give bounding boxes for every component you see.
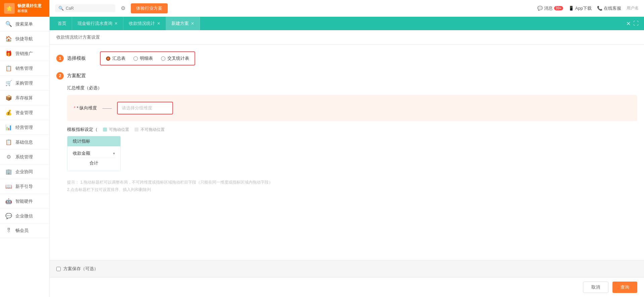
online-support-action[interactable]: 📞 在线客服: [597, 5, 621, 11]
cancel-button[interactable]: 取消: [583, 282, 608, 293]
sidebar-item-basic-info[interactable]: 📋 基础信息: [0, 135, 49, 150]
tab-home[interactable]: 首页: [52, 17, 72, 30]
page-header: 收款情况统计方案设置: [50, 30, 644, 45]
sidebar-item-label: 新手引导: [15, 184, 33, 190]
tab-home-label: 首页: [58, 20, 66, 27]
radio-detail-input[interactable]: [133, 56, 138, 61]
sidebar-item-label: 畅会员: [15, 228, 29, 234]
non-draggable-dot: [135, 128, 139, 132]
radio-summary-input[interactable]: [106, 56, 110, 61]
message-icon: 💬: [537, 6, 543, 11]
sidebar-item-label: 系统管理: [15, 154, 33, 160]
sidebar-item-label: 销售管理: [15, 65, 33, 71]
enterprise-icon: 🏢: [5, 168, 12, 175]
tab-close-icon[interactable]: ✕: [191, 21, 194, 26]
message-action[interactable]: 💬 消息 99+: [537, 5, 563, 11]
query-button[interactable]: 查询: [612, 282, 637, 293]
sidebar-item-sales[interactable]: 📋 销售管理: [0, 61, 49, 76]
indicators-grid-header[interactable]: 统计指标: [67, 136, 120, 146]
maximize-window-icon[interactable]: ⛶: [633, 20, 639, 27]
tab-bank-flow[interactable]: 现金银行流水查询 ✕: [72, 17, 123, 30]
sidebar-logo: 🌟 畅捷通好生意 标准版: [0, 0, 49, 17]
sidebar-item-marketing[interactable]: 🎁 营销推广: [0, 46, 49, 61]
user-name: 用户名: [627, 5, 639, 11]
step1-badge: 1: [56, 55, 64, 62]
tab-collection-stats[interactable]: 收款情况统计 ✕: [123, 17, 166, 30]
industry-btn[interactable]: 体验行业方案: [131, 3, 168, 13]
step2-title: 方案配置: [67, 73, 86, 79]
topbar: 🔍 ⚙ 体验行业方案 💬 消息 99+ 📱 App下载 📞 在线客服 用户名: [50, 0, 644, 17]
sidebar-item-label: 经营管理: [15, 125, 33, 131]
dimension-area: * * 纵向维度 —— 请选择分组维度: [67, 95, 637, 121]
indicators-grid: 统计指标 收款金额 ▾ 合计: [67, 136, 121, 171]
purchase-icon: 🛒: [5, 80, 12, 86]
radio-cross[interactable]: 交叉统计表: [161, 55, 189, 61]
indicators-grid-body: 收款金额 ▾ 合计: [67, 146, 120, 171]
form-area: 1 选择模板 汇总表 明细表 交叉统计表: [50, 45, 644, 260]
sidebar-item-label: 智能硬件: [15, 198, 33, 204]
app-download-action[interactable]: 📱 App下载: [569, 5, 592, 11]
indicators-category-label: 统计指标: [73, 138, 90, 144]
tab-collection-stats-label: 收款情况统计: [129, 20, 155, 27]
tab-new-plan-label: 新建方案: [171, 20, 189, 27]
vertical-dimension-label: * * 纵向维度: [74, 105, 97, 111]
gift-icon: 🎁: [5, 50, 12, 57]
sidebar-item-label: 采购管理: [15, 80, 33, 86]
radio-cross-label: 交叉统计表: [167, 55, 189, 61]
tab-close-icon[interactable]: ✕: [114, 21, 118, 26]
save-checkbox[interactable]: [56, 267, 61, 271]
required-mark: *: [74, 105, 75, 110]
member-icon: 🎖: [5, 228, 12, 234]
search-box[interactable]: 🔍: [55, 4, 115, 12]
sidebar-item-beginner-guide[interactable]: 📖 新手引导: [0, 179, 49, 194]
indicator-dropdown-0[interactable]: ▾: [113, 151, 115, 156]
sidebar-item-search-menu[interactable]: 🔍 搜索菜单: [0, 17, 49, 32]
download-icon: 📱: [569, 6, 574, 11]
step2-section: 2 方案配置 汇总维度（必选） * * 纵向维度 ——: [56, 72, 637, 193]
sidebar-item-system[interactable]: ⚙ 系统管理: [0, 150, 49, 164]
tip-2: 2.点击标题栏下拉可设置排序、插入列和删除列: [67, 186, 627, 194]
home-icon: 🏠: [5, 36, 12, 42]
sidebar-item-finance[interactable]: 💰 资金管理: [0, 105, 49, 120]
dimension-placeholder: 请选择分组维度: [122, 105, 152, 110]
tab-close-icon[interactable]: ✕: [157, 21, 160, 26]
sidebar-item-label: 资金管理: [15, 110, 33, 116]
sidebar-item-operations[interactable]: 📊 经营管理: [0, 120, 49, 135]
legend-non-draggable: 不可拖动位置: [135, 127, 165, 133]
save-label: 方案保存（可选）: [63, 266, 98, 272]
vertical-label-text: * 纵向维度: [77, 105, 97, 110]
sidebar-item-quick-nav[interactable]: 🏠 快捷导航: [0, 32, 49, 46]
notification-badge: 99+: [554, 6, 563, 10]
finance-icon: 💰: [5, 109, 12, 116]
online-support-label: 在线客服: [604, 5, 621, 11]
sidebar-item-enterprise-wechat[interactable]: 💬 企业微信: [0, 209, 49, 224]
sidebar-item-member[interactable]: 🎖 畅会员: [0, 224, 49, 238]
close-window-icon[interactable]: ✕: [626, 20, 631, 27]
sidebar: 🌟 畅捷通好生意 标准版 🔍 搜索菜单 🏠 快捷导航 🎁 营销推广 📋 销售管理…: [0, 0, 50, 297]
logo-icon: 🌟: [4, 3, 15, 14]
non-draggable-label: 不可拖动位置: [141, 127, 165, 133]
sidebar-item-smart-hardware[interactable]: 🤖 智能硬件: [0, 194, 49, 209]
sidebar-item-purchase[interactable]: 🛒 采购管理: [0, 76, 49, 91]
wechat-icon: 💬: [5, 213, 12, 219]
indicator-label-0: 收款金额: [73, 150, 90, 156]
arrow-icon: ——: [102, 105, 112, 111]
sidebar-item-enterprise-collab[interactable]: 🏢 企业协同: [0, 164, 49, 179]
page-content: 收款情况统计方案设置 1 选择模板 汇总表 明细表: [50, 30, 644, 297]
radio-detail[interactable]: 明细表: [133, 55, 153, 61]
dimension-select[interactable]: 请选择分组维度: [117, 102, 173, 114]
hardware-icon: 🤖: [5, 198, 12, 204]
search-input[interactable]: [66, 6, 106, 11]
settings-icon[interactable]: ⚙: [121, 5, 125, 11]
app-name: 畅捷通好生意: [17, 3, 42, 9]
radio-summary[interactable]: 汇总表: [106, 55, 125, 61]
config-section: 汇总维度（必选） * * 纵向维度 —— 请选择分组维度: [56, 85, 637, 172]
message-label: 消息: [544, 5, 553, 11]
sidebar-item-inventory[interactable]: 📦 库存核算: [0, 91, 49, 105]
radio-cross-input[interactable]: [161, 56, 165, 61]
inventory-icon: 📦: [5, 95, 12, 101]
indicator-row-0[interactable]: 收款金额 ▾: [73, 149, 115, 158]
sales-icon: 📋: [5, 65, 12, 71]
tab-new-plan[interactable]: 新建方案 ✕: [166, 17, 200, 30]
tabs-actions: ✕ ⛶: [626, 20, 641, 27]
